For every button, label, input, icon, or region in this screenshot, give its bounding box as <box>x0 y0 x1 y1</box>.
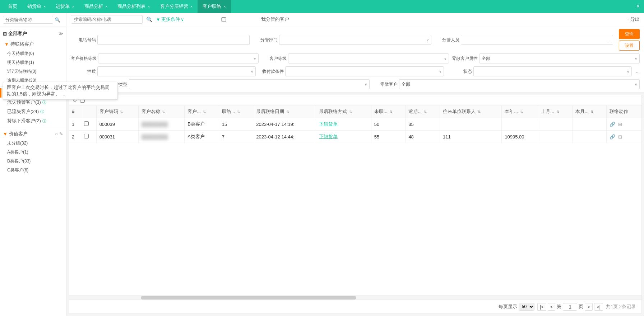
prev-page-btn[interactable]: < <box>548 303 556 311</box>
sidebar-search-icon[interactable]: 🔍 <box>55 17 60 23</box>
my-customers-checkbox-area[interactable]: 我分管的客户 <box>188 16 289 23</box>
cell-month-1 <box>572 118 607 131</box>
cell-method-2[interactable]: 下销货单 <box>316 131 371 143</box>
h-scroll-thumb[interactable] <box>141 296 356 300</box>
cell-overdue-2: 48 <box>406 131 440 143</box>
sort-month-icon[interactable]: ⇅ <box>590 110 593 114</box>
more-dots[interactable]: ... <box>636 69 640 74</box>
col-no: # <box>69 105 81 118</box>
sort-partner-icon[interactable]: ⇅ <box>478 110 481 114</box>
payment-select[interactable]: ∨ <box>285 66 444 76</box>
sidebar-item-ungrouped[interactable]: 未分组(32) <box>0 139 66 148</box>
sidebar-item-b-class[interactable]: B类客户(33) <box>0 157 66 166</box>
nav-home[interactable]: 首页 <box>3 0 22 13</box>
col-uncontacted: 未联... ⇅ <box>371 105 406 118</box>
table-scroll-container[interactable]: # 客户编码 ⇅ 客户名称 ⇅ 客户... <box>69 105 641 295</box>
sort-date-icon[interactable]: ⇅ <box>286 110 289 114</box>
h-scroll-area[interactable] <box>69 295 641 300</box>
retail-customer-select[interactable]: 全部 ∨ <box>399 79 640 89</box>
arrow-down-icon-8: ∨ <box>627 70 629 74</box>
gender-select[interactable]: ∨ <box>97 66 256 76</box>
sort-type-icon[interactable]: ⇅ <box>203 110 206 114</box>
cell-checkbox-1[interactable] <box>81 118 97 131</box>
main-search-input[interactable] <box>71 15 143 24</box>
sidebar-item-declining[interactable]: 持续下滑客户(2) ⓘ <box>0 116 66 126</box>
circle-icon[interactable]: ○ <box>55 131 58 137</box>
filter-row-1: 电话号码 分管部门 ∨ 分管人员 ... 查询 <box>71 29 640 51</box>
status-select[interactable]: ∨ <box>473 66 632 76</box>
sidebar-item-7days[interactable]: 近7天待联络(0) <box>0 67 66 76</box>
sort-method-icon[interactable]: ⇅ <box>349 110 352 114</box>
export-btn[interactable]: ↑ 导出 <box>627 16 640 23</box>
table-toolbar: ⚙ <box>69 95 641 105</box>
arrow-down-icon-4: ∨ <box>444 57 446 61</box>
close-window-btn[interactable]: × <box>636 3 640 10</box>
query-btn[interactable]: 查询 <box>619 29 640 39</box>
edit-icon[interactable]: ✎ <box>59 131 63 137</box>
my-customers-checkbox[interactable] <box>188 17 260 22</box>
sort-code-icon[interactable]: ⇅ <box>120 110 123 114</box>
sort-year-icon[interactable]: ⇅ <box>520 110 523 114</box>
action-link-icon-1[interactable]: 🔗 <box>610 122 615 127</box>
table-row: 1 000039 ████████ B类客户 15 2023-04-17 14:… <box>69 118 641 131</box>
sidebar-item-a-class[interactable]: A类客户(1) <box>0 148 66 157</box>
all-customers-header[interactable]: ⊞ 全部客户 ≫ <box>0 28 66 39</box>
page-input[interactable] <box>563 303 577 311</box>
close-customer-layer-tab[interactable]: × <box>190 4 193 9</box>
nav-sales[interactable]: 销货单 × <box>22 0 51 13</box>
main-search-btn[interactable]: 🔍 <box>146 16 152 22</box>
nav-customer-contact[interactable]: 客户联络 × <box>198 0 231 13</box>
dept-select[interactable]: ∨ <box>279 35 431 45</box>
filter-customer-type: 客户类型 ∨ <box>102 79 370 89</box>
close-product-list-tab[interactable]: × <box>148 4 150 9</box>
phone-input[interactable] <box>97 35 250 45</box>
nav-product-list[interactable]: 商品分析列表 × <box>112 0 155 13</box>
cell-method-1[interactable]: 下销货单 <box>316 118 371 131</box>
set-btn[interactable]: 设置 <box>619 41 640 51</box>
row2-checkbox[interactable] <box>84 134 89 138</box>
sort-name-icon[interactable]: ⇅ <box>162 110 165 114</box>
sidebar-item-today[interactable]: 今天待联络(0) <box>0 49 66 58</box>
tooltip-more[interactable]: ... <box>62 91 66 96</box>
sidebar-search-input[interactable] <box>3 16 53 24</box>
info-icon-churned: ⓘ <box>40 109 44 114</box>
cell-checkbox-2[interactable] <box>81 131 97 143</box>
close-product-analysis-tab[interactable]: × <box>105 4 107 9</box>
sidebar-item-churned[interactable]: 已流失客户(24) ⓘ <box>0 107 66 116</box>
sidebar-item-tomorrow[interactable]: 明天待联络(1) <box>0 58 66 67</box>
nav-product-analysis[interactable]: 商品分析 × <box>79 0 112 13</box>
sort-contact-icon[interactable]: ⇅ <box>237 110 240 114</box>
cell-code-1: 000039 <box>96 118 138 131</box>
sidebar-divider-2 <box>0 127 66 127</box>
link-method-1[interactable]: 下销货单 <box>319 121 338 127</box>
value-group-edit-icons[interactable]: ○ ✎ <box>55 131 63 137</box>
more-conditions-btn[interactable]: ▼ 更多条件 ∨ <box>156 16 184 23</box>
action-link-icon-2[interactable]: 🔗 <box>610 134 615 140</box>
collapse-sidebar-btn[interactable]: ≫ <box>59 31 63 36</box>
person-select[interactable]: ... <box>461 35 613 45</box>
close-sales-tab[interactable]: × <box>43 4 46 9</box>
sort-uncontacted-icon[interactable]: ⇅ <box>389 110 392 114</box>
sort-lastmonth-icon[interactable]: ⇅ <box>556 110 559 114</box>
table-row: 2 000031 ████████ A类客户 7 2023-04-12 14:4… <box>69 131 641 143</box>
close-purchase-tab[interactable]: × <box>72 4 74 9</box>
close-customer-contact-tab[interactable]: × <box>223 4 226 9</box>
sort-overdue-icon[interactable]: ⇅ <box>424 110 427 114</box>
row1-checkbox[interactable] <box>84 121 89 126</box>
action-grid-icon-2[interactable]: ⊞ <box>618 134 622 140</box>
last-page-btn[interactable]: >| <box>594 303 603 311</box>
per-page-select[interactable]: 50 <box>519 303 534 311</box>
sidebar-group-pending[interactable]: ▼ 待联络客户 <box>0 39 66 49</box>
nav-purchase[interactable]: 进货单 × <box>51 0 79 13</box>
first-page-btn[interactable]: |< <box>537 303 546 311</box>
sidebar-item-c-class[interactable]: C类客户(6) <box>0 166 66 175</box>
sidebar-value-group[interactable]: ▼ 价值客户 ○ ✎ <box>0 129 66 139</box>
action-grid-icon-1[interactable]: ⊞ <box>618 122 622 127</box>
customer-grade-select[interactable]: ∨ <box>288 53 449 63</box>
next-page-btn[interactable]: > <box>585 303 593 311</box>
retail-attr-select[interactable]: 全部 ∨ <box>479 53 640 63</box>
nav-customer-layer[interactable]: 客户分层经营 × <box>155 0 198 13</box>
customer-type-select[interactable]: ∨ <box>129 79 370 89</box>
link-method-2[interactable]: 下销货单 <box>319 134 338 139</box>
price-grade-select[interactable]: ∨ <box>98 53 259 63</box>
